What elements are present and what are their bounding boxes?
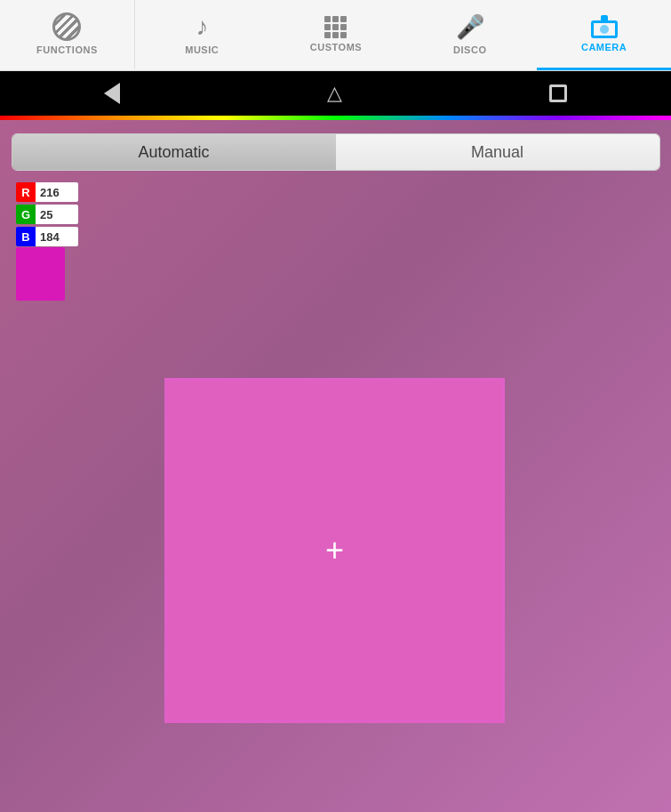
functions-label: FUNCTIONS bbox=[36, 44, 98, 55]
red-label: R bbox=[16, 182, 36, 202]
grid-icon bbox=[324, 16, 347, 38]
music-label: MUSIC bbox=[185, 44, 219, 55]
red-badge: R 216 bbox=[16, 182, 78, 202]
manual-mode-button[interactable]: Manual bbox=[336, 134, 659, 170]
back-button[interactable] bbox=[104, 83, 120, 104]
microphone-icon: 🎤 bbox=[456, 13, 484, 41]
camera-icon bbox=[589, 15, 619, 38]
nav-item-disco[interactable]: 🎤 DISCO bbox=[403, 0, 537, 70]
nav-item-functions[interactable]: FUNCTIONS bbox=[0, 0, 135, 70]
main-content: Automatic Manual R 216 G 25 B 184 + bbox=[0, 120, 671, 812]
camera-label: CAMERA bbox=[581, 42, 627, 52]
camera-plus-icon: + bbox=[325, 535, 344, 567]
functions-icon bbox=[52, 12, 81, 41]
color-swatch bbox=[16, 247, 65, 301]
home-button[interactable]: △ bbox=[327, 82, 342, 105]
blue-badge: B 184 bbox=[16, 227, 78, 246]
nav-item-camera[interactable]: CAMERA bbox=[537, 0, 671, 70]
automatic-mode-button[interactable]: Automatic bbox=[12, 134, 336, 170]
blue-label: B bbox=[16, 227, 36, 246]
green-label: G bbox=[16, 205, 36, 224]
customs-label: CUSTOMS bbox=[310, 42, 362, 52]
android-navigation: △ bbox=[0, 71, 671, 116]
rgb-display: R 216 G 25 B 184 bbox=[16, 182, 78, 246]
top-navigation: FUNCTIONS MUSIC CUSTOMS 🎤 DISCO CAMERA bbox=[0, 0, 671, 71]
disco-label: DISCO bbox=[453, 44, 486, 55]
recents-button[interactable] bbox=[549, 84, 567, 102]
blue-value: 184 bbox=[36, 227, 78, 246]
camera-view-box[interactable]: + bbox=[164, 378, 505, 723]
red-value: 216 bbox=[36, 182, 78, 202]
green-value: 25 bbox=[36, 205, 78, 224]
green-badge: G 25 bbox=[16, 205, 78, 224]
music-icon bbox=[196, 12, 208, 41]
nav-item-customs[interactable]: CUSTOMS bbox=[269, 0, 403, 70]
nav-item-music[interactable]: MUSIC bbox=[135, 0, 269, 70]
mode-toggle: Automatic Manual bbox=[12, 133, 660, 171]
